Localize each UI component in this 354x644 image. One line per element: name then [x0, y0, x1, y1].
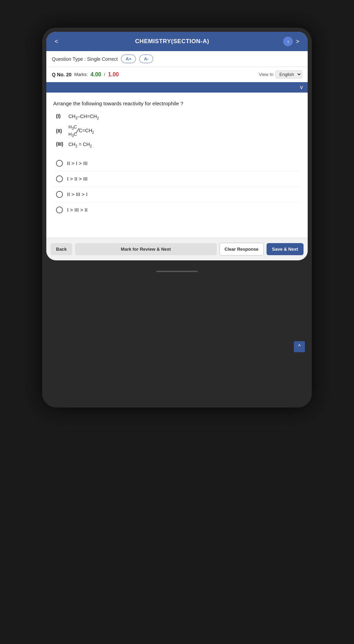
- header: < CHEMISTRY(SECTION-A) i >: [46, 32, 308, 51]
- phone-frame: < CHEMISTRY(SECTION-A) i > Question Type…: [42, 28, 312, 407]
- compound-iii-label: (III): [56, 141, 66, 147]
- question-type-bar: Question Type : Single Correct A+ A-: [46, 51, 308, 67]
- compound-iii: (III) CH2 = CH2: [56, 141, 301, 149]
- option-item-1[interactable]: II > I > III: [53, 156, 301, 171]
- question-type-label: Question Type : Single Correct: [52, 56, 118, 62]
- font-decrease-button[interactable]: A-: [139, 55, 153, 63]
- scroll-down-button[interactable]: v: [298, 84, 305, 91]
- compound-iii-formula: CH2 = CH2: [68, 141, 92, 149]
- font-increase-button[interactable]: A+: [121, 55, 136, 63]
- marks-bar: Q No. 20 Marks: 4.00 / 1.00 View In Engl…: [46, 67, 308, 82]
- nav-left-button[interactable]: <: [52, 38, 61, 45]
- marks-negative: 1.00: [108, 71, 119, 78]
- option-item-3[interactable]: II > III > I: [53, 187, 301, 202]
- option-item-4[interactable]: I > III > II: [53, 202, 301, 218]
- question-number: Q No. 20: [52, 72, 72, 77]
- option-text-4: I > III > II: [67, 207, 87, 213]
- option-text-3: II > III > I: [67, 191, 87, 197]
- option-item-2[interactable]: I > II > III: [53, 171, 301, 187]
- options-list: II > I > III I > II > III II > III > I I…: [53, 156, 301, 218]
- compound-i-formula: CH3–CH=CH2: [68, 113, 99, 121]
- marks-separator: /: [104, 72, 105, 77]
- mark-review-button[interactable]: Mark for Review & Next: [75, 243, 217, 255]
- header-title: CHEMISTRY(SECTION-A): [61, 38, 283, 45]
- clear-response-button[interactable]: Clear Response: [220, 243, 264, 256]
- save-next-button[interactable]: Save & Next: [267, 243, 304, 255]
- compound-i-label: (I): [56, 113, 66, 119]
- option-text-2: I > II > III: [67, 176, 87, 182]
- question-text: Arrange the following towards reactivity…: [53, 99, 301, 108]
- language-select[interactable]: English: [276, 70, 302, 78]
- view-in-label: View In: [259, 72, 273, 77]
- phone-content: < CHEMISTRY(SECTION-A) i > Question Type…: [46, 32, 308, 260]
- scroll-indicator-bar: v: [46, 82, 308, 93]
- radio-option-3[interactable]: [56, 191, 63, 198]
- back-button[interactable]: Back: [50, 243, 72, 255]
- compound-ii: (II) H3C H3C ⁄C=CH2: [56, 124, 301, 138]
- compound-ii-formula: H3C H3C ⁄C=CH2: [68, 124, 94, 138]
- home-indicator: [156, 271, 198, 272]
- option-text-1: II > I > III: [67, 160, 87, 166]
- compound-list: (I) CH3–CH=CH2 (II) H3C H3C ⁄C=CH2: [56, 113, 301, 149]
- compound-ii-label: (II): [56, 128, 66, 134]
- marks-positive: 4.00: [91, 71, 101, 78]
- question-body: Arrange the following towards reactivity…: [46, 93, 308, 238]
- compound-i: (I) CH3–CH=CH2: [56, 113, 301, 121]
- radio-option-1[interactable]: [56, 160, 63, 167]
- nav-right-button[interactable]: >: [293, 38, 302, 45]
- bottom-bar: [42, 265, 312, 278]
- radio-option-2[interactable]: [56, 175, 63, 182]
- info-icon[interactable]: i: [283, 37, 293, 46]
- view-in-section: View In English: [259, 70, 302, 78]
- radio-option-4[interactable]: [56, 206, 63, 213]
- marks-label: Marks:: [74, 72, 88, 77]
- action-bar: Back Mark for Review & Next Clear Respon…: [46, 238, 308, 260]
